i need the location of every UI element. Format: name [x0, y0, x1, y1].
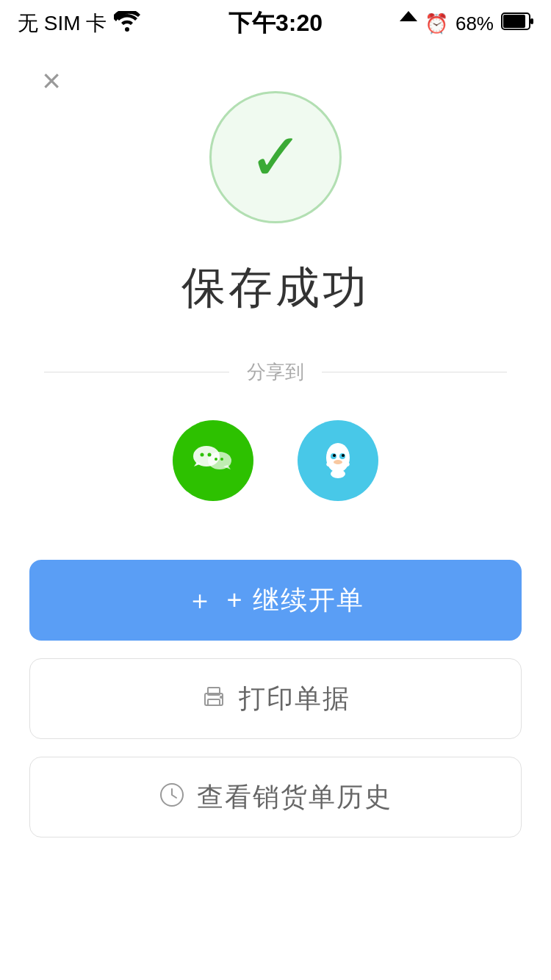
- svg-point-7: [215, 458, 217, 461]
- svg-rect-20: [208, 699, 220, 705]
- alarm-icon: ⏰: [425, 12, 448, 35]
- svg-rect-1: [503, 15, 525, 28]
- divider-right: [322, 372, 507, 372]
- view-history-button[interactable]: 查看销货单历史: [29, 757, 522, 837]
- continue-order-label: + 继续开单: [226, 583, 364, 619]
- main-content: ✓ 保存成功 分享到: [0, 47, 551, 837]
- svg-point-17: [331, 469, 345, 478]
- action-buttons: ＋ + 继续开单 打印单据 查看销货单历: [0, 560, 551, 837]
- svg-point-9: [326, 443, 350, 472]
- qq-icon: [314, 437, 361, 484]
- share-divider: 分享到: [0, 359, 551, 385]
- share-label: 分享到: [229, 359, 322, 385]
- svg-rect-2: [530, 18, 533, 24]
- status-left: 无 SIM 卡: [18, 10, 140, 37]
- svg-point-15: [342, 454, 345, 457]
- qq-share-button[interactable]: [298, 420, 378, 501]
- location-icon: [400, 11, 417, 37]
- svg-point-8: [220, 458, 223, 461]
- view-history-label: 查看销货单历史: [197, 779, 392, 815]
- sim-text: 无 SIM 卡: [18, 10, 107, 37]
- svg-point-21: [220, 696, 223, 699]
- success-circle: ✓: [209, 91, 342, 223]
- svg-point-5: [201, 453, 204, 457]
- wifi-icon: [114, 11, 140, 37]
- status-bar: 无 SIM 卡 下午3:20 ⏰ 68%: [0, 0, 551, 47]
- svg-point-16: [334, 460, 342, 464]
- status-time: 下午3:20: [228, 7, 323, 40]
- battery-percent: 68%: [455, 12, 494, 35]
- printer-icon: [201, 683, 227, 714]
- clock-icon: [159, 782, 185, 813]
- divider-left: [44, 372, 229, 372]
- checkmark-icon: ✓: [248, 124, 303, 190]
- wechat-share-button[interactable]: [173, 420, 253, 501]
- plus-icon: ＋: [187, 587, 215, 613]
- battery-icon: [501, 12, 533, 35]
- continue-order-button[interactable]: ＋ + 继续开单: [29, 560, 522, 641]
- status-right: ⏰ 68%: [400, 11, 533, 37]
- success-title: 保存成功: [181, 259, 370, 318]
- print-receipt-button[interactable]: 打印单据: [29, 658, 522, 739]
- close-button[interactable]: ×: [29, 59, 73, 103]
- share-icons: [173, 420, 378, 501]
- svg-point-6: [208, 453, 212, 457]
- print-receipt-label: 打印单据: [239, 681, 350, 717]
- close-icon: ×: [42, 65, 61, 97]
- wechat-icon: [190, 437, 237, 484]
- svg-point-14: [333, 454, 336, 457]
